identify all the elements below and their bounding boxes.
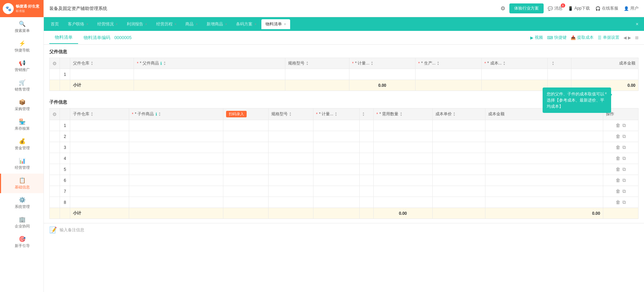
child-r5-unit[interactable]: [313, 164, 359, 175]
tab-newgoods[interactable]: 新增商品 ×: [202, 19, 231, 29]
child-r6-goods[interactable]: [129, 175, 223, 186]
parent-row1-produce[interactable]: [415, 69, 481, 80]
child-r3-unit[interactable]: [313, 142, 359, 153]
next-arrow[interactable]: ▶: [628, 35, 631, 40]
child-col-settings-icon[interactable]: ⚙: [52, 112, 57, 117]
delete-icon-2[interactable]: 🗑: [616, 133, 620, 139]
child-r3-qty[interactable]: [373, 142, 432, 153]
child-r4-goods[interactable]: [129, 153, 223, 164]
close-newgoods-tab[interactable]: ×: [225, 22, 227, 26]
tooltip-close[interactable]: ×: [605, 90, 607, 96]
close-operations-tab[interactable]: ×: [116, 22, 118, 26]
tab-barcode[interactable]: 条码方案 ×: [232, 19, 261, 29]
child-r2-goods[interactable]: [129, 131, 223, 142]
tab-history[interactable]: 经营历程 ×: [152, 19, 181, 29]
close-goods-tab[interactable]: ×: [196, 22, 198, 26]
sidebar-item-sales[interactable]: 🛒 销售管理: [0, 76, 44, 95]
child-r3-goods[interactable]: [129, 142, 223, 153]
child-r7-goods[interactable]: [129, 186, 223, 197]
copy-icon-8[interactable]: ⧉: [622, 199, 626, 205]
sidebar-item-search[interactable]: 🔍 搜索菜单: [0, 17, 44, 37]
copy-icon[interactable]: ⧉: [622, 122, 626, 128]
parent-row1-cost[interactable]: [481, 69, 547, 80]
close-bom-tab[interactable]: ×: [284, 22, 286, 26]
sidebar-item-finance[interactable]: 💰 资金管理: [0, 135, 44, 154]
sidebar-item-purchase[interactable]: 📦 采购管理: [0, 95, 44, 115]
close-profit-tab[interactable]: ×: [145, 22, 147, 26]
child-r8-goods[interactable]: [129, 197, 223, 208]
child-r7-unit[interactable]: [313, 186, 359, 197]
copy-icon-5[interactable]: ⧉: [622, 166, 626, 172]
delete-icon-6[interactable]: 🗑: [616, 177, 620, 183]
child-r7-qty[interactable]: [373, 186, 432, 197]
child-r6-warehouse[interactable]: [70, 175, 129, 186]
child-r2-qty[interactable]: [373, 131, 432, 142]
sidebar-item-enterprise[interactable]: 🏢 企业协同: [0, 213, 44, 232]
delete-icon-5[interactable]: 🗑: [616, 166, 620, 172]
sidebar-item-guide[interactable]: 🎯 新手引导: [0, 232, 44, 252]
child-r5-warehouse[interactable]: [70, 164, 129, 175]
message-action[interactable]: 💬 消息 6: [548, 5, 562, 11]
delete-icon-7[interactable]: 🗑: [616, 188, 620, 194]
prev-arrow[interactable]: ◀: [623, 35, 627, 40]
child-r8-qty[interactable]: [373, 197, 432, 208]
col-settings-icon[interactable]: ⚙: [52, 61, 57, 66]
child-r3-spec[interactable]: [269, 142, 313, 153]
online-service-action[interactable]: 🎧 在线客服: [595, 5, 618, 11]
parent-row1-goods[interactable]: [134, 69, 285, 80]
child-r2-unit[interactable]: [313, 131, 359, 142]
child-r8-warehouse[interactable]: [70, 197, 129, 208]
parent-row1-warehouse[interactable]: [70, 69, 134, 80]
view-action[interactable]: ▶ 视频: [530, 35, 543, 40]
single-settings-action[interactable]: ☰ 单据设置: [598, 35, 619, 40]
child-r4-unit-cost[interactable]: [432, 153, 485, 164]
child-r1-spec[interactable]: [269, 120, 313, 131]
copy-icon-2[interactable]: ⧉: [622, 133, 626, 139]
child-r1-qty[interactable]: [373, 120, 432, 131]
close-history-tab[interactable]: ×: [175, 22, 177, 26]
sidebar-item-operations[interactable]: 📊 经营管理: [0, 154, 44, 174]
subtab-list[interactable]: 物料清单: [49, 32, 78, 44]
child-r3-warehouse[interactable]: [70, 142, 129, 153]
child-r1-unit[interactable]: [313, 120, 359, 131]
delete-icon-4[interactable]: 🗑: [616, 155, 620, 161]
delete-icon[interactable]: 🗑: [616, 122, 620, 128]
child-r3-unit-cost[interactable]: [432, 142, 485, 153]
delete-icon-3[interactable]: 🗑: [616, 144, 620, 150]
child-r4-unit[interactable]: [313, 153, 359, 164]
child-r8-unit-cost[interactable]: [432, 197, 485, 208]
child-r2-spec[interactable]: [269, 131, 313, 142]
copy-icon-4[interactable]: ⧉: [622, 155, 626, 161]
child-r1-goods[interactable]: [129, 120, 223, 131]
sidebar-item-inventory[interactable]: 🏪 库存核算: [0, 115, 44, 135]
tab-operations[interactable]: 经营情况 ×: [93, 19, 122, 29]
child-r8-unit[interactable]: [313, 197, 359, 208]
user-action[interactable]: 👤 用户: [624, 5, 639, 11]
app-download-action[interactable]: 📱 App下载: [568, 5, 590, 11]
child-r5-unit-cost[interactable]: [432, 164, 485, 175]
tab-goods[interactable]: 商品 ×: [181, 19, 202, 29]
child-r6-unit[interactable]: [313, 175, 359, 186]
child-r7-unit-cost[interactable]: [432, 186, 485, 197]
shortcut-action[interactable]: ⌨ 快捷键: [547, 35, 567, 40]
tab-bom[interactable]: 物料清单 ×: [261, 19, 290, 29]
child-r7-warehouse[interactable]: [70, 186, 129, 197]
tab-customer[interactable]: 客户联络 ×: [64, 19, 92, 29]
child-r4-warehouse[interactable]: [70, 153, 129, 164]
tab-profit[interactable]: 利润报告 ×: [123, 19, 151, 29]
copy-icon-7[interactable]: ⧉: [622, 188, 626, 194]
copy-icon-3[interactable]: ⧉: [622, 144, 626, 150]
child-r1-unit-cost[interactable]: [432, 120, 485, 131]
trial-button[interactable]: 体验行业方案: [509, 3, 544, 13]
sidebar-item-marketing[interactable]: 📢 营销推广: [0, 56, 44, 76]
sidebar-item-system[interactable]: ⚙️ 系统管理: [0, 193, 44, 213]
delete-icon-8[interactable]: 🗑: [616, 199, 620, 205]
grid-view-icon[interactable]: ⊞: [635, 35, 639, 40]
sidebar-item-quicknav[interactable]: ⚡ 快捷导航: [0, 37, 44, 56]
child-r8-spec[interactable]: [269, 197, 313, 208]
close-barcode-tab[interactable]: ×: [255, 22, 257, 26]
tab-home[interactable]: 首页: [47, 19, 63, 29]
child-r6-spec[interactable]: [269, 175, 313, 186]
child-r6-unit-cost[interactable]: [432, 175, 485, 186]
parent-row1-spec[interactable]: [285, 69, 349, 80]
